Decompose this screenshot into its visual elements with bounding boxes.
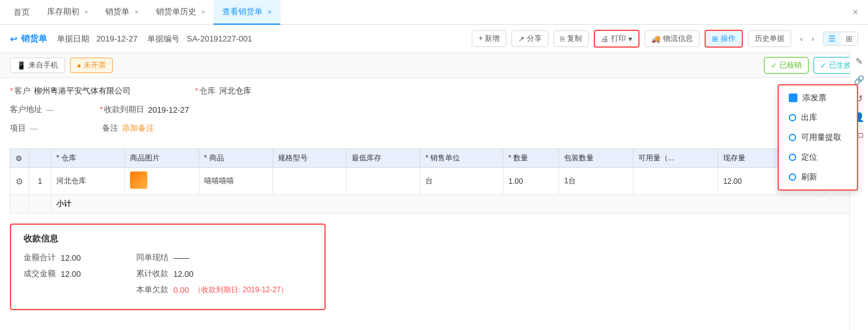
grid-icon: ⊞ — [712, 35, 718, 43]
outstanding-hint: （收款到期日: 2019-12-27） — [194, 285, 288, 295]
dropdown-outbound[interactable]: 出库 — [779, 108, 857, 128]
form-area: 客户 柳州粤港平安气体有限公司 仓库 河北仓库 业务员 演示账号 客户地址 — … — [0, 78, 868, 149]
mobile-btn[interactable]: 📱 来自手机 — [10, 58, 65, 73]
outstanding-label: 本单欠款 — [136, 284, 168, 295]
col-stock: 现存量 — [718, 149, 778, 168]
home-tab-label: 首页 — [14, 7, 30, 18]
print-icon: 🖨 — [601, 35, 609, 43]
share-icon: ↗ — [518, 35, 524, 43]
grid-view-btn[interactable]: ⊞ — [841, 32, 857, 45]
same-order: 同单现结 —— — [136, 252, 229, 263]
payment-title: 收款信息 — [24, 233, 312, 245]
tab-sales-history-label: 销货单历史 — [156, 6, 196, 17]
project-value: — — [30, 124, 38, 133]
doc-date-label: 单据日期 2019-12-27 — [57, 33, 137, 45]
operation-button[interactable]: ⊞ 操作 — [705, 30, 743, 48]
total-label: 金额合计 — [24, 252, 56, 263]
payment-row-3: 本单欠款 0.00 （收款到期日: 2019-12-27） — [24, 284, 312, 295]
payment-row-1: 金额合计 12.00 同单现结 —— — [24, 252, 312, 263]
tab-view-sales-label: 查看销货单 — [222, 6, 263, 17]
subtotal-row: 小计 — [11, 195, 858, 214]
payment-row-2: 成交金额 12.00 累计收款 12.00 — [24, 268, 312, 279]
mobile-icon: 📱 — [17, 61, 26, 70]
tab-sales-order[interactable]: 销货单 × — [97, 0, 147, 25]
add-note-btn[interactable]: 添加备注 — [122, 123, 154, 134]
outstanding-payment: 本单欠款 0.00 （收款到期日: 2019-12-27） — [136, 284, 288, 295]
history-button[interactable]: 历史单据 — [748, 30, 791, 47]
row-available — [633, 168, 718, 195]
add-invoice-icon — [789, 93, 797, 102]
address-label: 客户地址 — [10, 104, 42, 115]
tab-bar-close[interactable]: × — [848, 7, 863, 18]
customer-field: 客户 柳州粤港平安气体有限公司 — [10, 85, 131, 97]
payment-due-field: 收款到期日 2019-12-27 — [100, 104, 189, 115]
dropdown-locate[interactable]: 定位 — [779, 147, 857, 167]
print-button[interactable]: 🖨 打印 ▾ — [594, 30, 640, 48]
prev-arrow[interactable]: ‹ — [796, 32, 806, 45]
note-label: 备注 — [102, 123, 118, 134]
same-order-value: —— — [173, 253, 189, 263]
row-gear[interactable]: ⚙ — [11, 168, 29, 195]
refresh-icon — [789, 173, 796, 181]
print-dropdown-arrow: ▾ — [628, 35, 632, 43]
row-spec — [272, 168, 346, 195]
form-row-1: 客户 柳州粤港平安气体有限公司 仓库 河北仓库 业务员 演示账号 — [10, 85, 858, 97]
form-row-2: 客户地址 — 收款到期日 2019-12-27 票据类型 不开票 — [10, 104, 858, 115]
circle-dot-icon: ● — [77, 61, 81, 70]
copy-button[interactable]: ⎘ 复制 — [553, 30, 589, 47]
tab-inventory-init[interactable]: 库存期初 × — [38, 0, 97, 25]
list-view-btn[interactable]: ☰ — [823, 32, 841, 45]
dropdown-available-qty[interactable]: 可用量提取 — [779, 128, 857, 147]
available-qty-label: 可用量提取 — [801, 132, 841, 143]
transaction-amount: 成交金额 12.00 — [24, 268, 116, 279]
table-area: ⚙ * 仓库 商品图片 * 商品 规格型号 最低库存 * 销售单位 * 数量 包… — [0, 149, 868, 219]
warehouse-field: 仓库 河北仓库 — [195, 85, 251, 97]
add-button[interactable]: + 新增 — [472, 30, 506, 47]
project-field: 项目 — — [10, 123, 38, 134]
doc-type-icon: ↩ — [10, 34, 17, 44]
tab-sales-order-close[interactable]: × — [134, 8, 138, 15]
outbound-label: 出库 — [801, 112, 817, 123]
outbound-icon — [789, 114, 796, 121]
total-amount: 金额合计 12.00 — [24, 252, 116, 263]
address-field: 客户地址 — — [10, 104, 54, 115]
row-pack-qty: 1台 — [559, 168, 633, 195]
row-unit: 台 — [420, 168, 503, 195]
doc-meta: 单据日期 2019-12-27 单据编号 SA-20191227-001 — [57, 33, 252, 45]
payment-box: 收款信息 金额合计 12.00 同单现结 —— 成交金额 12.00 累计收款 … — [10, 224, 326, 310]
cumulative-label: 累计收款 — [136, 268, 168, 279]
col-num — [29, 149, 51, 168]
subtotal-label: 小计 — [51, 195, 858, 214]
not-open-btn[interactable]: ● 未开票 — [70, 58, 113, 73]
tab-inventory-init-close[interactable]: × — [84, 8, 88, 15]
same-order-label: 同单现结 — [136, 252, 168, 263]
tab-view-sales[interactable]: 查看销货单 × — [214, 0, 280, 25]
locate-label: 定位 — [801, 152, 817, 163]
dropdown-add-invoice[interactable]: 添发票 — [779, 88, 857, 108]
row-stock: 12.00 — [718, 168, 778, 195]
row-warehouse: 河北仓库 — [51, 168, 125, 195]
tab-view-sales-close[interactable]: × — [267, 8, 271, 15]
note-field: 备注 添加备注 — [102, 123, 154, 134]
doc-type-label: 销货单 — [21, 33, 47, 45]
tab-sales-history[interactable]: 销货单历史 × — [147, 0, 214, 25]
tab-sales-order-label: 销货单 — [105, 6, 129, 17]
tab-inventory-init-label: 库存期初 — [47, 6, 79, 17]
col-product: * 商品 — [199, 149, 272, 168]
next-arrow[interactable]: › — [808, 32, 818, 45]
doc-title: ↩ 销货单 — [10, 33, 47, 45]
check-icon: ✓ — [771, 61, 777, 70]
col-min-stock: 最低库存 — [347, 149, 420, 168]
tab-bar: 首页 库存期初 × 销货单 × 销货单历史 × 查看销货单 × × — [0, 0, 868, 25]
dropdown-refresh[interactable]: 刷新 — [779, 167, 857, 187]
confirm-btn[interactable]: ✓ 已核销 — [764, 57, 809, 74]
tab-sales-history-close[interactable]: × — [201, 8, 205, 15]
col-gear[interactable]: ⚙ — [11, 149, 29, 168]
payment-due-value: 2019-12-27 — [148, 105, 189, 115]
col-spec: 规格型号 — [272, 149, 346, 168]
side-edit-icon[interactable]: ✎ — [851, 53, 867, 69]
tab-home[interactable]: 首页 — [5, 0, 38, 25]
share-button[interactable]: ↗ 分享 — [511, 30, 549, 47]
transaction-value: 12.00 — [61, 269, 81, 279]
logistics-button[interactable]: 🚚 物流信息 — [644, 30, 700, 47]
